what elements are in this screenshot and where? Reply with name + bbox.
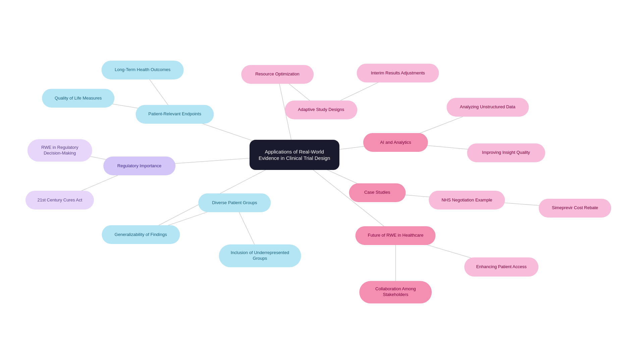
node-interim_results[interactable]: Interim Results Adjustments xyxy=(357,64,439,82)
node-resource_opt[interactable]: Resource Optimization xyxy=(241,65,314,84)
node-future_rwe[interactable]: Future of RWE in Healthcare xyxy=(356,226,436,245)
node-generalizability[interactable]: Generalizability of Findings xyxy=(102,225,180,244)
node-cures_act[interactable]: 21st Century Cures Act xyxy=(25,191,94,209)
node-enhancing_access[interactable]: Enhancing Patient Access xyxy=(464,257,538,276)
node-diverse_patients[interactable]: Diverse Patient Groups xyxy=(199,193,271,212)
node-case_studies[interactable]: Case Studies xyxy=(349,183,406,202)
node-unstructured[interactable]: Analyzing Unstructured Data xyxy=(446,98,529,117)
node-patient_endpoints[interactable]: Patient-Relevant Endpoints xyxy=(136,105,214,124)
node-rwe_regulatory[interactable]: RWE in Regulatory Decision-Making xyxy=(28,139,92,162)
node-center[interactable]: Applications of Real-World Evidence in C… xyxy=(250,140,339,170)
node-underrepresented[interactable]: Inclusion of Underrepresented Groups xyxy=(219,245,301,267)
node-improving_insight[interactable]: Improving Insight Quality xyxy=(467,143,545,162)
connections-svg xyxy=(0,0,644,363)
node-regulatory[interactable]: Regulatory Importance xyxy=(103,157,176,175)
node-nhs[interactable]: NHS Negotiation Example xyxy=(429,191,505,209)
node-simeprevir[interactable]: Simeprevir Cost Rebate xyxy=(539,199,611,218)
node-collaboration[interactable]: Collaboration Among Stakeholders xyxy=(360,281,432,303)
node-adaptive[interactable]: Adaptive Study Designs xyxy=(285,100,357,119)
node-long_term[interactable]: Long-Term Health Outcomes xyxy=(102,61,184,79)
mindmap-container: Applications of Real-World Evidence in C… xyxy=(0,0,644,363)
node-quality_life[interactable]: Quality of Life Measures xyxy=(42,89,114,108)
node-ai_analytics[interactable]: AI and Analytics xyxy=(363,133,428,152)
